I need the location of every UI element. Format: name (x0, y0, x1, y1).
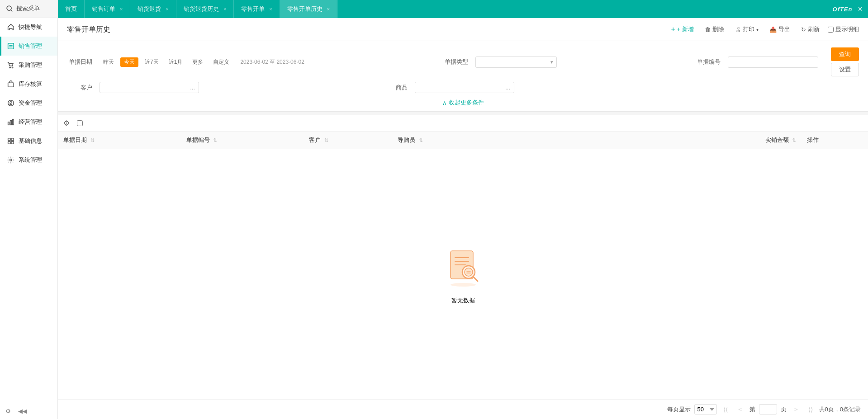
tab-retail-history-label: 零售开单历史 (287, 5, 323, 13)
type-select-wrap (475, 56, 557, 68)
col-guide-sort[interactable]: ⇅ (419, 137, 423, 143)
number-filter-input[interactable] (728, 56, 818, 68)
window-close-btn[interactable]: × (858, 5, 863, 14)
tab-retail-history-close[interactable]: × (327, 6, 330, 12)
inventory-icon (7, 80, 15, 88)
col-date-label: 单据日期 (63, 137, 87, 143)
tab-home-label: 首页 (65, 5, 77, 13)
sidebar: 搜索采单 快捷导航 销售管理 采购管理 库存核算 (0, 0, 58, 419)
svg-rect-11 (13, 119, 14, 125)
col-date: 单据日期 ⇅ (58, 132, 181, 149)
goods-dots-icon[interactable]: ... (505, 84, 510, 91)
shortcut-today[interactable]: 今天 (120, 57, 138, 67)
query-button[interactable]: 查询 (831, 47, 859, 61)
settings-button[interactable]: 设置 (831, 63, 859, 76)
page-label: 第 (749, 405, 755, 414)
search-menu-item[interactable]: 搜索采单 (0, 0, 57, 18)
sidebar-item-basic-info[interactable]: 基础信息 (0, 132, 57, 151)
print-button[interactable]: 🖨 打印 ▾ (732, 24, 761, 35)
svg-rect-12 (8, 138, 10, 141)
display-detail-checkbox[interactable]: 显示明细 (828, 25, 859, 33)
sidebar-item-inventory[interactable]: 库存核算 (0, 75, 57, 94)
sidebar-item-label: 采购管理 (19, 61, 42, 69)
first-page-btn[interactable]: ⟨⟨ (721, 405, 730, 414)
type-filter-label: 单据类型 (443, 58, 468, 66)
svg-point-6 (12, 67, 13, 68)
tab-sales-return-close[interactable]: × (166, 6, 168, 12)
collapse-bar[interactable]: ∧ 收起更多条件 (67, 99, 859, 107)
collapse-up-icon: ∧ (442, 99, 447, 106)
svg-point-16 (10, 159, 12, 161)
shortcut-custom[interactable]: 自定义 (209, 57, 233, 67)
sidebar-item-finance[interactable]: 资金管理 (0, 94, 57, 113)
col-action-label: 操作 (807, 137, 819, 143)
sidebar-item-sales[interactable]: 销售管理 (0, 37, 57, 56)
tab-sales-order[interactable]: 销售订单 × (85, 0, 130, 18)
empty-illustration (441, 244, 486, 289)
svg-rect-9 (8, 122, 9, 125)
goods-filter-input[interactable] (419, 84, 503, 91)
pagination: 每页显示 50 10 20 100 ⟨⟨ ＜ 第 1 页 ＞ ⟩⟩ 共0页，0条… (58, 399, 868, 419)
settings-bottom-icon[interactable]: ⚙ (5, 408, 11, 414)
tab-sales-return-history-close[interactable]: × (223, 6, 226, 12)
shortcut-more[interactable]: 更多 (189, 57, 207, 67)
col-amount-sort[interactable]: ⇅ (792, 137, 796, 143)
tab-sales-return-history[interactable]: 销货退货历史 × (176, 0, 234, 18)
customer-dots-icon[interactable]: ... (190, 84, 195, 91)
shortcut-yesterday[interactable]: 昨天 (100, 57, 118, 67)
add-button[interactable]: + + 新增 (668, 24, 697, 35)
delete-button[interactable]: 🗑 删除 (702, 24, 727, 35)
collapse-label: 收起更多条件 (449, 99, 484, 107)
tab-retail-history[interactable]: 零售开单历史 × (280, 0, 337, 18)
customer-filter-wrap[interactable]: ... (100, 82, 199, 93)
page-input[interactable]: 1 (759, 404, 777, 414)
sidebar-item-system[interactable]: 系统管理 (0, 151, 57, 169)
refresh-icon: ↻ (801, 26, 806, 33)
sidebar-item-quick-nav[interactable]: 快捷导航 (0, 18, 57, 37)
col-customer-sort[interactable]: ⇅ (324, 137, 328, 143)
type-select[interactable] (475, 56, 557, 68)
svg-point-24 (465, 268, 473, 276)
col-number-sort[interactable]: ⇅ (213, 137, 217, 143)
tab-sales-order-label: 销售订单 (92, 5, 115, 13)
col-customer: 客户 ⇅ (304, 132, 392, 149)
per-page-select[interactable]: 50 10 20 100 (694, 404, 717, 414)
col-customer-label: 客户 (309, 137, 321, 143)
tab-home[interactable]: 首页 (58, 0, 85, 18)
col-date-sort[interactable]: ⇅ (90, 137, 95, 143)
svg-rect-14 (8, 141, 10, 144)
print-arrow: ▾ (756, 27, 759, 32)
date-range-display: 2023-06-02 至 2023-06-02 (240, 58, 304, 66)
customer-filter-input[interactable] (104, 84, 188, 91)
prev-page-btn[interactable]: ＜ (734, 405, 746, 414)
tab-retail-open[interactable]: 零售开单 × (234, 0, 280, 18)
filter-row-1: 单据日期 昨天 今天 近7天 近1月 更多 自定义 2023-06-02 至 2… (67, 47, 859, 76)
col-action: 操作 (802, 132, 868, 149)
sidebar-item-purchase[interactable]: 采购管理 (0, 56, 57, 75)
search-label: 搜索采单 (16, 5, 40, 13)
sidebar-item-label: 快捷导航 (19, 23, 42, 31)
tab-retail-open-close[interactable]: × (269, 6, 272, 12)
shortcut-1month[interactable]: 近1月 (165, 57, 186, 67)
refresh-button[interactable]: ↻ 刷新 (798, 24, 822, 35)
page-header: 零售开单历史 + + 新增 🗑 删除 🖨 打印 ▾ 📤 导出 (58, 18, 868, 41)
table-settings-icon[interactable]: ⚙ (63, 119, 70, 127)
display-detail-input[interactable] (828, 27, 834, 33)
collapse-sidebar-icon[interactable]: ◀◀ (18, 408, 27, 414)
goods-filter-wrap[interactable]: ... (415, 82, 514, 93)
content-area: 零售开单历史 + + 新增 🗑 删除 🖨 打印 ▾ 📤 导出 (58, 18, 868, 419)
last-page-btn[interactable]: ⟩⟩ (806, 405, 816, 414)
select-all-checkbox[interactable] (77, 120, 83, 126)
tab-sales-order-close[interactable]: × (120, 6, 123, 12)
next-page-btn[interactable]: ＞ (790, 405, 802, 414)
shortcut-7days[interactable]: 近7天 (141, 57, 162, 67)
col-number-label: 单据编号 (186, 137, 210, 143)
svg-rect-2 (8, 43, 14, 49)
tab-sales-return[interactable]: 销货退货 × (130, 0, 176, 18)
svg-line-25 (473, 277, 478, 281)
export-button[interactable]: 📤 导出 (767, 24, 793, 35)
goods-filter-label: 商品 (382, 84, 408, 92)
svg-point-0 (7, 6, 11, 10)
col-guide-label: 导购员 (398, 137, 415, 143)
sidebar-item-operations[interactable]: 经营管理 (0, 113, 57, 132)
